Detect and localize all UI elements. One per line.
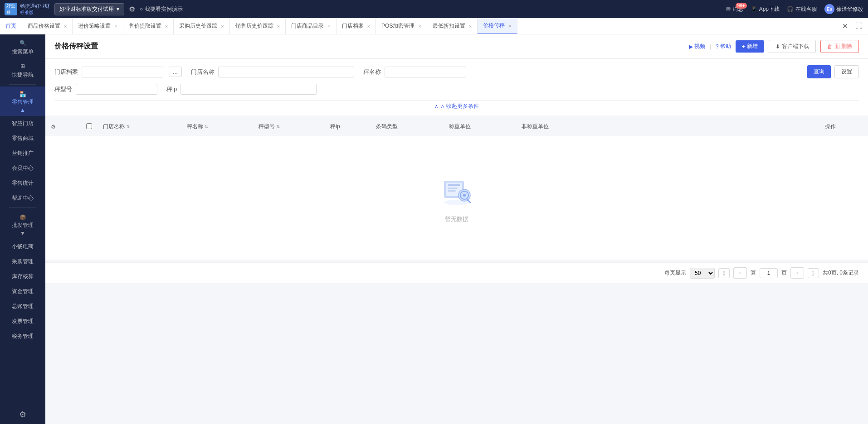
tab-strategy-setting[interactable]: 进价策略设置 × — [73, 18, 123, 34]
delete-button[interactable]: 🗑 面 删除 — [820, 40, 859, 53]
tab-min-discount-close[interactable]: × — [469, 24, 472, 29]
sidebar-item-tax[interactable]: 税务管理 — [0, 329, 45, 344]
tab-sale-history-label: 销售历史价跟踪 — [235, 22, 273, 30]
th-gear[interactable]: ⚙ — [45, 118, 81, 135]
sidebar-marketing-label: 营销推广 — [12, 150, 34, 156]
sidebar-settings-button[interactable]: ⚙ — [19, 410, 26, 419]
message-button[interactable]: ✉ 消息 99+ — [726, 5, 743, 13]
sidebar-item-smart-store[interactable]: 智慧门店 — [0, 116, 45, 131]
help-label: 帮助 — [720, 43, 731, 50]
sidebar-item-marketing[interactable]: 营销推广 — [0, 146, 45, 161]
tab-price-scale-close[interactable]: × — [508, 23, 511, 29]
tab-home[interactable]: 首页 — [0, 18, 22, 34]
pagination-per-page-select[interactable]: 50 10 20 100 — [690, 268, 715, 279]
filter-row-2: 秤型号 秤ip — [54, 84, 859, 95]
tab-min-discount[interactable]: 最低折扣设置 × — [427, 18, 478, 34]
tab-store-profile[interactable]: 门店档案 × — [336, 18, 376, 34]
sidebar-quick-nav[interactable]: ⊞ 快捷导航 — [0, 59, 45, 82]
collapse-more-button[interactable]: ∧ ∧ 收起更多条件 — [54, 100, 859, 112]
th-store-name-sort[interactable]: 门店名称 ⇅ — [103, 123, 176, 130]
sidebar-item-purchase[interactable]: 采购管理 — [0, 254, 45, 269]
filter-scale-model: 秤型号 — [54, 84, 157, 95]
empty-text: 暂无数据 — [445, 215, 468, 223]
pagination-last-button[interactable]: ⟫ — [808, 268, 819, 278]
tab-store-catalog-close[interactable]: × — [327, 24, 330, 29]
sidebar-item-ledger[interactable]: 总账管理 — [0, 299, 45, 314]
tab-pos-management[interactable]: POS加密管理 × — [376, 18, 427, 34]
add-button[interactable]: + 新增 — [736, 40, 764, 53]
th-checkbox[interactable] — [81, 118, 98, 135]
tab-strategy-close[interactable]: × — [114, 24, 117, 29]
search-icon: 🔍 — [20, 40, 26, 46]
tab-expand-button[interactable]: ⛶ — [853, 22, 864, 30]
tab-sale-history-close[interactable]: × — [277, 24, 280, 29]
th-scale-name[interactable]: 秤名称 ⇅ — [181, 118, 253, 135]
filter-scale-name-input[interactable] — [385, 67, 466, 77]
tab-price-setting[interactable]: 商品价格设置 × — [22, 18, 73, 34]
user-menu[interactable]: Ea 徐泽华修改 — [824, 4, 863, 14]
sidebar-item-retail-stats[interactable]: 零售统计 — [0, 176, 45, 191]
sidebar-item-retail[interactable]: 🏪 零售管理 ▲ — [0, 87, 45, 116]
filter-store-profile: 门店档案 ... — [54, 67, 182, 77]
pagination-prev-button[interactable]: ＜ — [733, 267, 747, 279]
tab-purchase-history-close[interactable]: × — [221, 24, 224, 29]
sidebar-item-invoice[interactable]: 发票管理 — [0, 314, 45, 329]
sidebar-item-ecommerce[interactable]: 小畅电商 — [0, 239, 45, 254]
filter-store-profile-input[interactable] — [82, 67, 163, 77]
th-scale-model[interactable]: 秤型号 ⇅ — [253, 118, 325, 135]
pagination-page-input[interactable] — [760, 268, 778, 278]
tab-sale-history[interactable]: 销售历史价跟踪 × — [230, 18, 286, 34]
sidebar-item-retail-mall[interactable]: 零售商城 — [0, 131, 45, 146]
tab-close-all-button[interactable]: ✕ — [840, 22, 850, 30]
demo-button[interactable]: ○ 我要看实例演示 — [140, 5, 183, 13]
page-actions: ▶ 视频 | ? 帮助 + 新增 ⬇ 客户端下载 🗑 面 — [689, 40, 859, 53]
sidebar-search[interactable]: 🔍 搜索菜单 — [0, 34, 45, 59]
logo-icon: 好业财 — [5, 3, 17, 15]
sidebar-item-wholesale[interactable]: 📦 批发管理 ▼ — [0, 210, 45, 239]
empty-row: 暂无数据 — [45, 135, 868, 260]
th-store-name[interactable]: 门店名称 ⇅ — [98, 118, 181, 135]
download-button[interactable]: ⬇ 客户端下载 — [769, 40, 816, 53]
app-download-label: App下载 — [759, 5, 780, 13]
th-scale-model-label: 秤型号 — [258, 123, 275, 130]
sidebar-item-finance[interactable]: 资金管理 — [0, 284, 45, 299]
setting-button[interactable]: 设置 — [834, 65, 859, 78]
th-scale-name-sort[interactable]: 秤名称 ⇅ — [187, 123, 248, 130]
table-header-row: ⚙ 门店名称 ⇅ — [45, 118, 868, 135]
tab-price-setting-close[interactable]: × — [64, 24, 67, 29]
filter-scale-ip-input[interactable] — [180, 84, 317, 95]
pagination-next-button[interactable]: ＞ — [790, 267, 804, 279]
version-dropdown[interactable]: 好业财标准版交付试用 ▾ — [54, 3, 124, 15]
th-store-name-label: 门店名称 — [103, 123, 125, 130]
page-header: 价格传秤设置 ▶ 视频 | ? 帮助 + 新增 ⬇ 客户端下载 — [45, 34, 868, 59]
filter-store-profile-select-button[interactable]: ... — [169, 67, 182, 77]
sidebar-item-help[interactable]: 帮助中心 — [0, 191, 45, 206]
tab-purchase-history[interactable]: 采购历史价跟踪 × — [174, 18, 229, 34]
sidebar-item-member[interactable]: 会员中心 — [0, 161, 45, 176]
th-barcode-type: 条码类型 — [371, 118, 443, 135]
table-wrapper: ⚙ 门店名称 ⇅ — [45, 118, 868, 260]
tab-price-scale[interactable]: 价格传秤 × — [478, 18, 517, 34]
tab-sale-price[interactable]: 售价提取设置 × — [123, 18, 174, 34]
topbar-settings-button[interactable]: ⚙ — [129, 5, 135, 14]
filter-scale-model-input[interactable] — [76, 84, 157, 95]
pagination-first-button[interactable]: ⟪ — [718, 268, 730, 278]
video-link[interactable]: ▶ 视频 — [689, 43, 705, 50]
app-download-button[interactable]: 📱 App下载 — [751, 5, 780, 13]
online-service-button[interactable]: 🎧 在线客服 — [787, 5, 817, 13]
th-scale-model-sort[interactable]: 秤型号 ⇅ — [258, 123, 319, 130]
tab-sale-price-close[interactable]: × — [165, 24, 168, 29]
help-link[interactable]: ? 帮助 — [716, 43, 731, 50]
select-all-checkbox[interactable] — [86, 123, 92, 129]
tab-store-catalog[interactable]: 门店商品目录 × — [286, 18, 336, 34]
headset-icon: 🎧 — [787, 6, 794, 12]
query-button[interactable]: 查询 — [807, 65, 831, 78]
sidebar-item-inventory[interactable]: 库存核算 — [0, 269, 45, 284]
th-actions-label: 操作 — [825, 123, 836, 130]
tab-pos-management-close[interactable]: × — [418, 24, 421, 29]
filter-store-name-input[interactable] — [218, 67, 354, 77]
main-layout: 🔍 搜索菜单 ⊞ 快捷导航 🏪 零售管理 ▲ 智慧门店 零售商城 营销推广 会员… — [0, 34, 868, 424]
help-icon: ? — [716, 43, 719, 50]
tab-store-profile-close[interactable]: × — [367, 24, 370, 29]
pagination-page-suffix: 页 — [781, 269, 787, 277]
